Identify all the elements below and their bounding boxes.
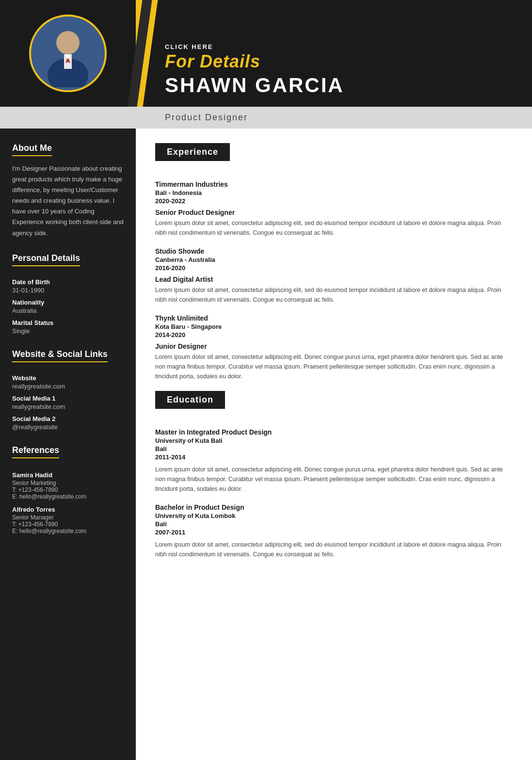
edu1-university: University of Kuta Bali (155, 437, 513, 444)
about-section: About Me I'm Designer Passionate about c… (12, 143, 124, 239)
edu2-desc: Lorem ipsum dolor sit amet, consectetur … (155, 540, 513, 559)
marital-label: Marital Status (12, 319, 124, 326)
avatar (29, 15, 107, 92)
main-section: Experience Timmerman Industries Bali - I… (136, 129, 532, 760)
ref2-email: E: hello@reallygreatsite.com (12, 528, 124, 534)
exp2-location: Canberra - Australia (155, 256, 513, 263)
svg-point-1 (56, 31, 80, 54)
experience-item-1: Timmerman Industries Bali - Indonesia 20… (155, 180, 513, 238)
exp3-location: Kota Baru - Singapore (155, 323, 513, 330)
experience-item-2: Studio Showde Canberra - Australia 2016-… (155, 247, 513, 305)
marital-value: Single (12, 327, 124, 335)
exp2-role: Lead Digital Artist (155, 275, 513, 283)
for-details-label[interactable]: For Details (165, 51, 513, 72)
social1-label: Social Media 1 (12, 395, 124, 402)
experience-title: Experience (155, 143, 230, 161)
exp3-years: 2014-2020 (155, 331, 513, 339)
edu2-degree: Bachelor in Product Design (155, 503, 513, 511)
references-section: References Samira Hadid Senior Marketing… (12, 445, 124, 534)
header-left (0, 0, 136, 107)
exp3-company: Thynk Unlimited (155, 314, 513, 322)
edu1-years: 2011-2014 (155, 453, 513, 461)
main-content: About Me I'm Designer Passionate about c… (0, 129, 532, 760)
website-value: reallygreatsite.com (12, 383, 124, 390)
exp1-role: Senior Product Designer (155, 209, 513, 216)
ref1-name: Samira Hadid (12, 471, 124, 479)
social1-value: reallygreatsite.com (12, 403, 124, 410)
references-title: References (12, 445, 59, 458)
exp1-company: Timmerman Industries (155, 180, 513, 188)
exp3-role: Junior Designer (155, 342, 513, 350)
nationality-value: Australia (12, 307, 124, 314)
education-item-1: Master in Integrated Product Design Univ… (155, 428, 513, 494)
personal-section: Personal Details Date of Birth 31-01-199… (12, 253, 124, 335)
exp1-years: 2020-2022 (155, 197, 513, 205)
sidebar: About Me I'm Designer Passionate about c… (0, 129, 136, 760)
ref1-role: Senior Marketing (12, 480, 124, 486)
personal-title: Personal Details (12, 253, 80, 266)
header: CLICK HERE For Details SHAWN GARCIA (0, 0, 532, 107)
exp1-desc: Lorem ipsum dolor sit amet, consectetur … (155, 218, 513, 238)
click-here-label: CLICK HERE (165, 43, 513, 50)
edu1-degree: Master in Integrated Product Design (155, 428, 513, 436)
dob-label: Date of Birth (12, 278, 124, 286)
about-text: I'm Designer Passionate about creating g… (12, 163, 124, 239)
social2-value: @reallygreatsite (12, 423, 124, 431)
dob-value: 31-01-1990 (12, 287, 124, 294)
ref2-name: Alfredo Torres (12, 506, 124, 513)
subtitle-bar: Product Designer (0, 107, 532, 129)
ref1-email: E: hello@reallygreatsite.com (12, 493, 124, 500)
experience-header-row: Experience (155, 143, 513, 171)
edu2-university: University of Kuta Lombok (155, 512, 513, 519)
exp2-years: 2016-2020 (155, 264, 513, 272)
edu2-location: Bali (155, 520, 513, 528)
social2-label: Social Media 2 (12, 415, 124, 422)
education-header-row: Education (155, 391, 513, 419)
edu2-years: 2007-2011 (155, 529, 513, 536)
experience-item-3: Thynk Unlimited Kota Baru - Singapore 20… (155, 314, 513, 381)
header-right: CLICK HERE For Details SHAWN GARCIA (136, 0, 532, 107)
exp2-desc: Lorem ipsum dolor sit amet, consectetur … (155, 285, 513, 305)
header-title: Product Designer (165, 113, 248, 123)
about-title: About Me (12, 143, 52, 156)
social-title: Website & Social Links (12, 349, 108, 362)
social-section: Website & Social Links Website reallygre… (12, 349, 124, 431)
nationality-label: Nationality (12, 299, 124, 306)
exp1-location: Bali - Indonesia (155, 189, 513, 196)
education-title: Education (155, 391, 225, 409)
website-label: Website (12, 374, 124, 382)
exp2-company: Studio Showde (155, 247, 513, 255)
ref2-phone: T: +123-456-7890 (12, 521, 124, 528)
ref-2: Alfredo Torres Senior Manager T: +123-45… (12, 506, 124, 534)
ref1-phone: T: +123-456-7890 (12, 486, 124, 493)
edu1-desc: Lorem ipsum dolor sit amet, consectetur … (155, 465, 513, 494)
exp3-desc: Lorem ipsum dolor sit amet, consectetur … (155, 352, 513, 381)
education-item-2: Bachelor in Product Design University of… (155, 503, 513, 559)
edu1-location: Bali (155, 445, 513, 453)
ref-1: Samira Hadid Senior Marketing T: +123-45… (12, 471, 124, 500)
ref2-role: Senior Manager (12, 514, 124, 521)
header-name: SHAWN GARCIA (165, 74, 513, 97)
